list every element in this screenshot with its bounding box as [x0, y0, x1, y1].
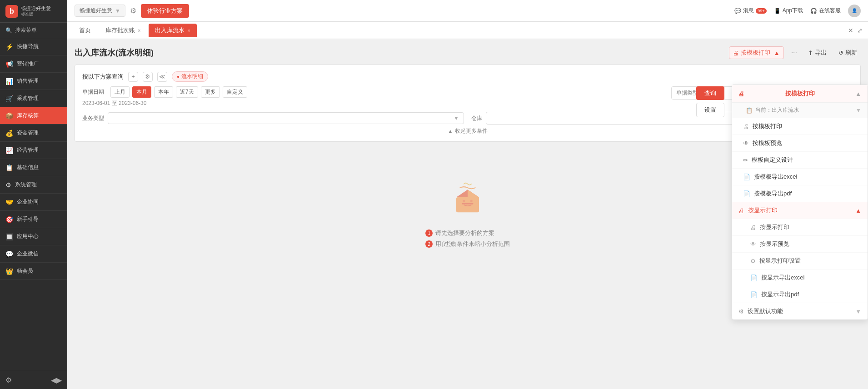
tab-label-home: 首页 — [79, 26, 91, 35]
filter-biz-type-select[interactable]: ▼ — [108, 112, 464, 124]
dropdown-header: 🖨 按模板打印 ▲ — [732, 85, 868, 103]
date-btn-本月[interactable]: 本月 — [132, 86, 151, 98]
sidebar-menu: ⚡ 快捷导航 📢 营销推广 📊 销售管理 🛒 采购管理 📦 库存核算 💰 资金管… — [0, 38, 67, 371]
collapse-label: 收起更多条件 — [455, 127, 488, 135]
sidebar-item-member[interactable]: 👑 畅会员 — [0, 263, 67, 280]
industry-btn[interactable]: 体验行业方案 — [141, 4, 189, 18]
sidebar-item-quick-nav[interactable]: ⚡ 快捷导航 — [0, 38, 67, 55]
filter-biz-type-group: 业务类型 ▼ — [82, 112, 464, 124]
filter-add-btn[interactable]: + — [128, 72, 138, 82]
date-btn-上月[interactable]: 上月 — [110, 86, 130, 98]
sidebar-label-member: 畅会员 — [17, 267, 33, 275]
sidebar-label-cooperation: 企业协同 — [17, 198, 39, 206]
app-download-btn[interactable]: 📱 App下载 — [774, 7, 803, 15]
dropdown-item-template-print[interactable]: 🖨 按模板打印 — [732, 118, 868, 135]
print-btn[interactable]: 🖨 按模板打印 ▲ — [729, 46, 784, 59]
dropdown-sub-item-display-print[interactable]: 🖨 按显示打印 — [732, 219, 868, 236]
date-btn-更多[interactable]: 更多 — [201, 86, 220, 98]
topbar-gear-icon[interactable]: ⚙ — [130, 6, 136, 15]
dropdown-sub-item-display-export-pdf[interactable]: 📄 按显示导出pdf — [732, 286, 868, 303]
filter-date-range: 2023-06-01 至 2023-06-30 — [82, 100, 664, 107]
action-buttons: 查询 设置 — [696, 86, 724, 117]
svg-point-4 — [463, 200, 465, 202]
main-area: 畅捷通好生意 ▼ ⚙ 体验行业方案 💬 消息 99+ 📱 App下载 🎧 在线客… — [67, 0, 868, 389]
dropdown-collapse-btn[interactable]: ▲ — [855, 90, 861, 97]
tab-close-batch-account[interactable]: × — [138, 28, 140, 33]
sidebar-item-system[interactable]: ⚙ 系统管理 — [0, 176, 67, 194]
footer-arrow: ▼ — [855, 308, 861, 315]
dropdown-item-template-custom[interactable]: ✏ 模板自定义设计 — [732, 152, 868, 169]
dropdown-sub-item-display-export-excel[interactable]: 📄 按显示导出excel — [732, 269, 868, 286]
sidebar-search[interactable]: 🔍 搜索菜单 — [0, 23, 67, 38]
export-btn[interactable]: ⬆ 导出 — [804, 47, 830, 59]
dropdown-display-section[interactable]: 🖨 按显示打印 ▲ — [732, 202, 868, 219]
sub-item-icon-display-export-excel: 📄 — [750, 274, 758, 281]
tab-close-all-icon[interactable]: ✕ — [848, 27, 853, 34]
tab-batch-account[interactable]: 库存批次账× — [99, 24, 147, 37]
tab-close-in-out-flow[interactable]: × — [187, 28, 190, 33]
settings-bottom-icon[interactable]: ⚙ — [5, 376, 12, 384]
sidebar-icon-guide: 🎯 — [5, 216, 13, 223]
dropdown-item-template-preview[interactable]: 👁 按模板预览 — [732, 135, 868, 152]
more-icon[interactable]: ··· — [788, 49, 800, 57]
dropdown-sub-item-display-preview[interactable]: 👁 按显示预览 — [732, 236, 868, 253]
dropdown-footer[interactable]: ⚙ 设置默认功能 ▼ — [732, 303, 868, 319]
topbar: 畅捷通好生意 ▼ ⚙ 体验行业方案 💬 消息 99+ 📱 App下载 🎧 在线客… — [67, 0, 868, 22]
date-btn-近7天[interactable]: 近7天 — [176, 86, 198, 98]
sidebar-item-inventory[interactable]: 📦 库存核算 — [0, 107, 67, 125]
filter-collapse-link[interactable]: ▲ 收起更多条件 — [448, 127, 488, 135]
topbar-selector[interactable]: 畅捷通好生意 ▼ — [75, 5, 125, 17]
sidebar-item-enterprise-wechat[interactable]: 💬 企业微信 — [0, 245, 67, 263]
sidebar-icon-finance: 💰 — [5, 130, 13, 137]
fold-icon[interactable]: ◀▶ — [51, 376, 62, 384]
dropdown-item-template-export-pdf[interactable]: 📄 按模板导出pdf — [732, 185, 868, 202]
sidebar-item-operations[interactable]: 📈 经营管理 — [0, 142, 67, 159]
sidebar-item-purchase[interactable]: 🛒 采购管理 — [0, 90, 67, 107]
sidebar-icon-basics: 📋 — [5, 164, 13, 171]
sidebar-icon-cooperation: 🤝 — [5, 199, 13, 206]
sidebar-label-inventory: 库存核算 — [17, 112, 39, 120]
filter-tag-icon: ● — [177, 74, 180, 79]
filter-collapse-btn[interactable]: ≪ — [157, 72, 167, 82]
item-icon-template-print: 🖨 — [743, 123, 749, 130]
filter-label: 按以下方案查询 — [82, 73, 124, 81]
sidebar-logo: b 畅捷通好生意 标准版 — [0, 0, 67, 23]
date-btn-本年[interactable]: 本年 — [154, 86, 173, 98]
current-arrow: ▼ — [856, 107, 861, 114]
message-btn[interactable]: 💬 消息 99+ — [734, 7, 766, 15]
message-badge: 99+ — [756, 8, 766, 14]
dropdown-sub-item-display-print-settings[interactable]: ⚙ 按显示打印设置 — [732, 253, 868, 269]
tab-home[interactable]: 首页 — [73, 24, 97, 37]
online-service-btn[interactable]: 🎧 在线客服 — [810, 7, 841, 15]
sidebar-item-marketing[interactable]: 📢 营销推广 — [0, 55, 67, 73]
sidebar-item-app-center[interactable]: 🔲 应用中心 — [0, 228, 67, 245]
sidebar-item-guide[interactable]: 🎯 新手引导 — [0, 211, 67, 228]
query-btn[interactable]: 查询 — [696, 86, 724, 100]
item-label-template-custom: 模板自定义设计 — [752, 156, 793, 164]
date-btn-自定义[interactable]: 自定义 — [223, 86, 247, 98]
sidebar-item-cooperation[interactable]: 🤝 企业协同 — [0, 194, 67, 211]
display-section-label: 按显示打印 — [748, 206, 778, 214]
print-label: 按模板打印 — [741, 49, 770, 57]
sidebar-icon-app-center: 🔲 — [5, 233, 13, 240]
refresh-btn[interactable]: ↺ 刷新 — [835, 47, 861, 59]
message-label: 消息 — [743, 7, 754, 15]
svg-rect-3 — [462, 203, 474, 204]
tab-in-out-flow[interactable]: 出入库流水× — [149, 24, 196, 37]
dropdown-item-template-export-excel[interactable]: 📄 按模板导出excel — [732, 169, 868, 185]
sidebar-item-finance[interactable]: 💰 资金管理 — [0, 125, 67, 142]
sub-item-label-display-preview: 按显示预览 — [760, 240, 789, 248]
tabs-bar-right: ✕ ⤢ — [848, 27, 863, 34]
filter-settings-btn[interactable]: ⚙ — [143, 72, 153, 82]
topbar-right: 💬 消息 99+ 📱 App下载 🎧 在线客服 👤 — [734, 5, 861, 17]
sidebar-icon-member: 👑 — [5, 268, 13, 275]
sidebar-item-basics[interactable]: 📋 基础信息 — [0, 159, 67, 176]
sidebar-item-sales[interactable]: 📊 销售管理 — [0, 73, 67, 90]
empty-icon — [445, 175, 490, 220]
tab-maximize-icon[interactable]: ⤢ — [857, 27, 863, 34]
settings-btn[interactable]: 设置 — [696, 103, 724, 117]
user-avatar[interactable]: 👤 — [848, 5, 861, 17]
filter-date-buttons: 单据日期上月本月本年近7天更多自定义 — [82, 86, 664, 98]
sidebar-icon-system: ⚙ — [5, 181, 11, 189]
dropdown-display-items: 🖨 按显示打印 👁 按显示预览 ⚙ 按显示打印设置 📄 按显示导出excel 📄… — [732, 219, 868, 303]
